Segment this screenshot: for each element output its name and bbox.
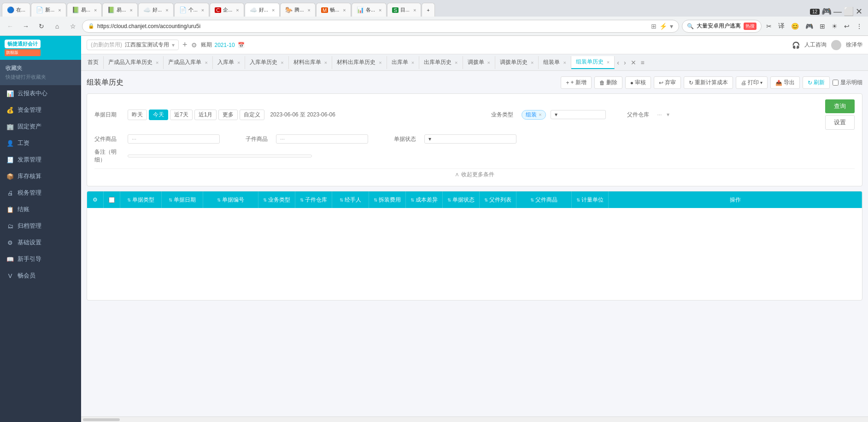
browser-tab-1[interactable]: 🔵 在... — [2, 3, 30, 17]
sidebar-item-archive[interactable]: 🗂 归档管理 — [0, 218, 81, 234]
tab-close-in-bill[interactable]: × — [237, 60, 240, 65]
remark-input[interactable] — [128, 155, 312, 157]
forward-button[interactable]: → — [19, 20, 32, 33]
th-settings[interactable]: ⚙ — [87, 191, 104, 208]
game-icon[interactable]: 🎮 — [803, 21, 815, 31]
print-dropdown-icon[interactable]: ▾ — [760, 80, 762, 85]
help-label[interactable]: 人工咨询 — [804, 41, 827, 49]
tab-close-10[interactable]: × — [343, 7, 346, 13]
tab-close-produce-in[interactable]: × — [205, 60, 207, 65]
th-child-warehouse[interactable]: ⇅ 子件仓库 — [295, 191, 332, 208]
parent-warehouse-dropdown[interactable]: ▾ — [667, 111, 669, 118]
filter-settings-button[interactable]: 设置 — [825, 115, 855, 130]
company-selector[interactable]: (勿删勿禁用) 江西服宝测试专用 ▾ — [87, 40, 179, 50]
sidebar-item-tax[interactable]: 🖨 税务管理 — [0, 185, 81, 201]
browser-tab-4[interactable]: 📗 易... × — [102, 3, 138, 17]
query-button[interactable]: 查询 — [825, 99, 855, 113]
audit-button[interactable]: ● 审核 — [625, 76, 651, 89]
sidebar-item-salary[interactable]: 👤 工资 — [0, 135, 81, 151]
tab-produce-in[interactable]: 产成品入库单 × — [164, 56, 212, 69]
select-all-checkbox[interactable] — [109, 197, 115, 203]
sidebar-favorites[interactable]: 收藏夹 快捷键打开收藏夹 — [0, 60, 81, 85]
brightness-icon[interactable]: ☀ — [830, 21, 839, 31]
show-detail-checkbox[interactable] — [833, 80, 839, 86]
tab-close-produce-in-history[interactable]: × — [156, 60, 158, 65]
emoji-icon[interactable]: 😊 — [789, 21, 801, 31]
dropdown-icon[interactable]: ▾ — [670, 23, 673, 30]
child-goods-more[interactable]: ··· — [280, 136, 285, 142]
tab-close-out-history[interactable]: × — [455, 60, 457, 65]
tab-close-6[interactable]: × — [201, 7, 204, 13]
new-tab-button[interactable]: + — [422, 3, 434, 17]
qrcode-icon[interactable]: ⊞ — [651, 23, 657, 30]
show-detail-label[interactable]: 显示明细 — [833, 79, 862, 87]
tab-home[interactable]: 首页 — [83, 56, 104, 69]
tab-close-4[interactable]: × — [130, 7, 133, 13]
biz-type-tag-remove[interactable]: × — [539, 112, 541, 117]
recalculate-button[interactable]: ↻ 重新计算成本 — [684, 76, 733, 89]
browser-tab-8[interactable]: ☁️ 好... × — [245, 3, 280, 17]
tab-close-bundle[interactable]: × — [563, 60, 566, 65]
bill-status-select[interactable]: ▾ — [424, 134, 516, 144]
parent-goods-input[interactable]: ··· — [128, 134, 220, 144]
tab-out-history[interactable]: 出库单历史 × — [419, 56, 463, 69]
th-bill-status[interactable]: ⇅ 单据状态 — [443, 191, 480, 208]
date-btn-today[interactable]: 今天 — [149, 110, 168, 120]
scrollbar-thumb[interactable] — [83, 418, 120, 421]
add-company-button[interactable]: + — [182, 40, 188, 50]
collapse-bar[interactable]: ∧ 收起更多条件 — [94, 168, 855, 180]
sidebar-item-guide[interactable]: 📖 新手引导 — [0, 251, 81, 267]
scissors-icon[interactable]: ✂ — [764, 21, 774, 31]
tab-close-in-history[interactable]: × — [281, 60, 283, 65]
browser-tab-6[interactable]: 📄 个... × — [174, 3, 210, 17]
th-cost-diff[interactable]: ⇅ 成本差异 — [406, 191, 443, 208]
export-button[interactable]: 📤 导出 — [770, 76, 800, 89]
horizontal-scrollbar[interactable] — [81, 416, 868, 422]
add-button[interactable]: + + 新增 — [561, 76, 591, 89]
th-disassemble-fee[interactable]: ⇅ 拆装费用 — [369, 191, 406, 208]
back-button[interactable]: ← — [4, 20, 17, 33]
sidebar-item-assets[interactable]: 🏢 固定资产 — [0, 118, 81, 135]
tab-close-2[interactable]: × — [58, 7, 61, 13]
tab-bundle[interactable]: 组装单 × — [539, 56, 571, 69]
date-btn-1month[interactable]: 近1月 — [194, 110, 217, 120]
browser-tab-5[interactable]: ☁️ 好... × — [138, 3, 174, 17]
browser-tab-2[interactable]: 📄 新... × — [31, 3, 66, 17]
translate-icon[interactable]: 译 — [776, 21, 786, 31]
lightning-icon[interactable]: ⚡ — [659, 23, 667, 30]
tab-close-5[interactable]: × — [165, 7, 168, 13]
tab-assemble-history[interactable]: 调拨单历史 × — [495, 56, 539, 69]
home-button[interactable]: ⌂ — [51, 20, 64, 33]
tab-close-assemble-history[interactable]: × — [531, 60, 534, 65]
th-bill-no[interactable]: ⇅ 单据编号 — [203, 191, 258, 208]
sidebar-item-funds[interactable]: 💰 资金管理 — [0, 102, 81, 118]
tab-bundle-history[interactable]: 组装单历史 × — [571, 56, 615, 69]
company-settings-button[interactable]: ⚙ — [191, 41, 197, 49]
grid-icon[interactable]: ⊞ — [818, 21, 827, 31]
tabs-prev-button[interactable]: ‹ — [615, 58, 622, 67]
sidebar-item-settings[interactable]: ⚙ 基础设置 — [0, 234, 81, 251]
tab-close-8[interactable]: × — [272, 7, 275, 13]
date-btn-more[interactable]: 更多 — [218, 110, 238, 120]
browser-tab-3[interactable]: 📗 易... × — [67, 3, 102, 17]
date-btn-yesterday[interactable]: 昨天 — [128, 110, 147, 120]
more-icon[interactable]: ⋮ — [854, 21, 864, 31]
tab-in-history[interactable]: 入库单历史 × — [245, 56, 288, 69]
th-biz-type[interactable]: ⇅ 业务类型 — [258, 191, 295, 208]
tab-assemble[interactable]: 调拨单 × — [463, 56, 495, 69]
user-name[interactable]: 徐泽华 — [846, 41, 862, 49]
refresh-button[interactable]: ↻ 刷新 — [803, 76, 830, 89]
tab-close-assemble[interactable]: × — [487, 60, 490, 65]
undo-icon[interactable]: ↩ — [842, 21, 851, 31]
reload-button[interactable]: ↻ — [35, 20, 48, 33]
tab-close-7[interactable]: × — [236, 7, 239, 13]
tab-close-11[interactable]: × — [379, 7, 381, 13]
tab-in-bill[interactable]: 入库单 × — [213, 56, 245, 69]
sidebar-item-member[interactable]: V 畅会员 — [0, 267, 81, 284]
date-btn-7days[interactable]: 近7天 — [170, 110, 193, 120]
tab-close-bundle-history[interactable]: × — [607, 59, 610, 65]
tab-produce-in-history[interactable]: 产成品入库单历史 × — [104, 56, 164, 69]
tab-close-3[interactable]: × — [94, 7, 97, 13]
tab-material-out[interactable]: 材料出库单 × — [289, 56, 332, 69]
date-btn-custom[interactable]: 自定义 — [240, 110, 264, 120]
